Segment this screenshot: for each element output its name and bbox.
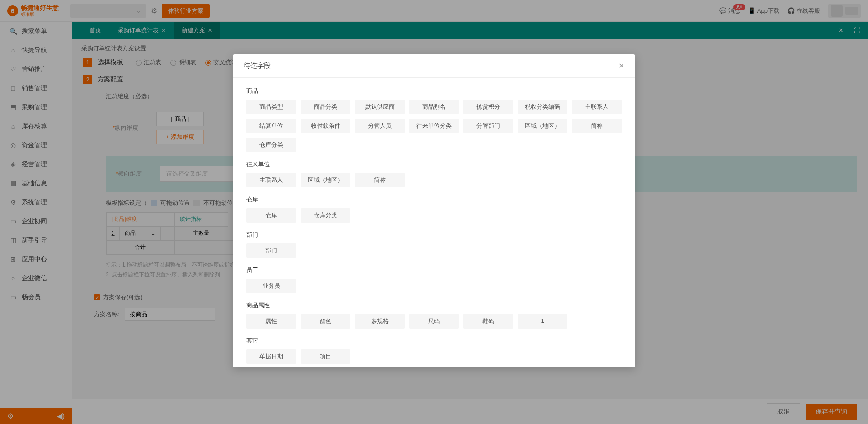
field-chip[interactable]: 属性 — [246, 314, 296, 329]
field-chip[interactable]: 简称 — [355, 173, 405, 187]
field-chip[interactable]: 分管部门 — [463, 119, 513, 133]
field-chip[interactable]: 颜色 — [301, 314, 350, 329]
field-chip[interactable]: 收付款条件 — [301, 119, 350, 133]
field-group: 往来单位主联系人区域（地区）简称 — [246, 160, 622, 187]
field-chip[interactable]: 多规格 — [355, 314, 405, 329]
field-chip[interactable]: 1 — [518, 314, 567, 329]
field-chip[interactable]: 项目 — [301, 349, 350, 364]
field-group: 员工业务员 — [246, 266, 622, 293]
field-chip[interactable]: 尺码 — [409, 314, 459, 329]
field-group: 商品属性属性颜色多规格尺码鞋码1 — [246, 301, 622, 329]
close-icon[interactable]: ✕ — [618, 62, 624, 70]
field-chip[interactable]: 区域（地区） — [518, 119, 567, 133]
field-chip[interactable]: 鞋码 — [463, 314, 513, 329]
field-chip[interactable]: 单据日期 — [246, 349, 296, 364]
field-chip[interactable]: 商品别名 — [409, 100, 459, 114]
field-chip[interactable]: 税收分类编码 — [518, 100, 567, 114]
field-chip[interactable]: 部门 — [246, 243, 296, 258]
field-chip[interactable]: 往来单位分类 — [409, 119, 459, 133]
field-chip[interactable]: 仓库分类 — [246, 138, 296, 152]
modal-title: 待选字段 — [244, 62, 271, 70]
field-chip[interactable]: 简称 — [572, 119, 622, 133]
field-group-title: 往来单位 — [246, 160, 622, 168]
field-group: 部门部门 — [246, 231, 622, 258]
field-chip[interactable]: 商品分类 — [301, 100, 350, 114]
field-group-title: 员工 — [246, 266, 622, 274]
field-chip[interactable]: 仓库 — [246, 208, 296, 223]
field-chip[interactable]: 商品类型 — [246, 100, 296, 114]
field-chip[interactable]: 业务员 — [246, 279, 296, 293]
field-group-title: 商品 — [246, 87, 622, 95]
field-chip[interactable]: 默认供应商 — [355, 100, 405, 114]
field-chip[interactable]: 主联系人 — [246, 173, 296, 187]
field-group-title: 商品属性 — [246, 301, 622, 310]
field-chip[interactable]: 结算单位 — [246, 119, 296, 133]
field-chip[interactable]: 仓库分类 — [301, 208, 350, 223]
field-selector-modal: 待选字段 ✕ 商品商品类型商品分类默认供应商商品别名拣货积分税收分类编码主联系人… — [233, 54, 635, 367]
field-group-title: 部门 — [246, 231, 622, 239]
field-group: 仓库仓库仓库分类 — [246, 195, 622, 223]
field-chip[interactable]: 拣货积分 — [463, 100, 513, 114]
field-group: 其它单据日期项目 — [246, 337, 622, 364]
field-chip[interactable]: 区域（地区） — [301, 173, 350, 187]
field-group: 商品商品类型商品分类默认供应商商品别名拣货积分税收分类编码主联系人结算单位收付款… — [246, 87, 622, 152]
field-chip[interactable]: 分管人员 — [355, 119, 405, 133]
field-chip[interactable]: 主联系人 — [572, 100, 622, 114]
field-group-title: 其它 — [246, 337, 622, 345]
field-group-title: 仓库 — [246, 195, 622, 204]
